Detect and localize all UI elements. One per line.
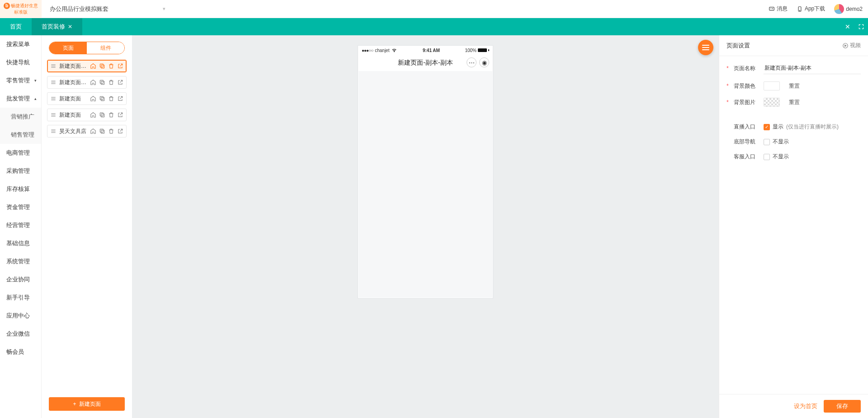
sidebar-item-label: 快捷导航 [6, 58, 30, 66]
messages-label: 消息 [777, 5, 788, 13]
sidebar-item-procurement[interactable]: 采购管理 [0, 162, 41, 180]
video-help-button[interactable]: 视频 [842, 42, 861, 49]
phone-navbar: 新建页面-副本-副本 ⋯ ◉ [358, 55, 493, 71]
home-icon[interactable] [90, 112, 96, 118]
open-icon[interactable] [117, 95, 123, 102]
sidebar-item-sales[interactable]: 销售管理 [0, 126, 41, 144]
home-icon[interactable] [90, 95, 96, 102]
set-home-button[interactable]: 设为首页 [794, 400, 817, 413]
sidebar-item-system[interactable]: 系统管理 [0, 252, 41, 271]
delete-icon[interactable] [108, 95, 114, 102]
sidebar-item-wechat[interactable]: 企业微信 [0, 325, 41, 343]
drag-handle-icon[interactable] [50, 112, 57, 118]
copy-icon[interactable] [99, 128, 105, 134]
canvas-menu-button[interactable] [698, 40, 713, 55]
sidebar-item-label: 经营管理 [6, 221, 30, 229]
bgimage-swatch[interactable] [764, 98, 780, 107]
sidebar-item-member[interactable]: 畅会员 [0, 343, 41, 361]
account-selector[interactable]: 办公用品行业模拟账套 ▾ [50, 5, 165, 13]
sidebar-item-label: 新手引导 [6, 294, 30, 302]
open-icon[interactable] [117, 63, 123, 69]
message-icon [769, 6, 775, 12]
sidebar-item-wholesale[interactable]: 批发管理▴ [0, 90, 41, 108]
svg-rect-8 [100, 96, 103, 100]
page-name-input[interactable]: 新建页面-副本-副本 [764, 62, 861, 74]
sidebar-item-label: 搜索菜单 [6, 40, 30, 48]
page-row[interactable]: 新建页面-副本-… [47, 60, 127, 72]
page-row-label[interactable]: 新建页面-副本 [59, 79, 87, 86]
brand-logo[interactable]: b 畅捷通好生意 标准版 [0, 0, 42, 18]
sidebar-item-retail[interactable]: 零售管理▾ [0, 71, 41, 90]
drag-handle-icon[interactable] [50, 128, 57, 134]
sidebar-item-inventory[interactable]: 库存核算 [0, 180, 41, 198]
copy-icon[interactable] [99, 112, 105, 118]
new-page-button[interactable]: + 新建页面 [49, 397, 125, 411]
svg-rect-11 [101, 130, 104, 133]
sidebar-item-ecommerce[interactable]: 电商管理 [0, 144, 41, 162]
sidebar-item-label: 营销推广 [11, 113, 34, 121]
drag-handle-icon[interactable] [50, 95, 57, 102]
home-icon[interactable] [90, 79, 96, 86]
open-icon[interactable] [117, 79, 123, 86]
copy-icon[interactable] [99, 63, 105, 69]
sidebar-item-label: 销售管理 [11, 131, 34, 139]
phone-time: 9:41 AM [423, 48, 440, 53]
toggle-page-label: 页面 [63, 44, 74, 52]
delete-icon[interactable] [108, 128, 114, 134]
page-row-label[interactable]: 新建页面-副本-… [59, 62, 87, 70]
play-icon [842, 43, 849, 49]
page-row[interactable]: 新建页面-副本 [47, 76, 127, 89]
toggle-component-tab[interactable]: 组件 [87, 42, 124, 54]
phone-target-button[interactable]: ◉ [479, 57, 489, 67]
page-row-label[interactable]: 新建页面 [59, 95, 87, 103]
open-icon[interactable] [117, 128, 123, 134]
user-menu[interactable]: demo2 [834, 4, 863, 14]
delete-icon[interactable] [108, 63, 114, 69]
sidebar-item-basic[interactable]: 基础信息 [0, 234, 41, 252]
bgcolor-reset-button[interactable]: 重置 [789, 82, 800, 90]
bottom-nav-label: 底部导航 [734, 138, 759, 146]
close-icon[interactable]: ✕ [68, 24, 72, 30]
phone-more-button[interactable]: ⋯ [467, 57, 476, 67]
sidebar-item-funds[interactable]: 资金管理 [0, 198, 41, 216]
toggle-page-tab[interactable]: 页面 [49, 42, 87, 54]
page-row-label[interactable]: 昊天文具店 [59, 128, 87, 135]
save-button[interactable]: 保存 [824, 400, 861, 413]
sidebar-item-guide[interactable]: 新手引导 [0, 289, 41, 307]
sidebar-item-shortcut[interactable]: 快捷导航 [0, 53, 41, 71]
home-icon[interactable] [90, 63, 96, 69]
sidebar-item-label: 批发管理 [6, 95, 30, 103]
tabstrip-close-button[interactable]: ✕ [841, 18, 854, 35]
page-row-label[interactable]: 新建页面 [59, 111, 87, 119]
sidebar-item-collab[interactable]: 企业协同 [0, 271, 41, 289]
bgimage-label: 背景图片 [734, 99, 759, 106]
home-icon[interactable] [90, 128, 96, 134]
phone-body[interactable] [358, 71, 493, 298]
sidebar-item-apps[interactable]: 应用中心 [0, 307, 41, 325]
delete-icon[interactable] [108, 112, 114, 118]
drag-handle-icon[interactable] [50, 79, 57, 86]
page-row[interactable]: 新建页面 [47, 109, 127, 121]
delete-icon[interactable] [108, 79, 114, 86]
sidebar-item-marketing[interactable]: 营销推广 [0, 108, 41, 126]
tab-decorate[interactable]: 首页装修 ✕ [32, 18, 82, 35]
app-download-button[interactable]: App下载 [797, 5, 825, 13]
tabstrip-fullscreen-button[interactable] [854, 18, 868, 35]
messages-button[interactable]: 消息 [769, 5, 788, 13]
cs-entry-checkbox[interactable] [764, 154, 770, 160]
copy-icon[interactable] [99, 95, 105, 102]
page-row[interactable]: 新建页面 [47, 92, 127, 105]
live-entry-checkbox[interactable]: ✓ [764, 124, 770, 130]
bottom-nav-checkbox[interactable] [764, 139, 770, 145]
sidebar-item-search[interactable]: 搜索菜单 [0, 35, 41, 53]
sidebar-item-operations[interactable]: 经营管理 [0, 216, 41, 234]
copy-icon[interactable] [99, 79, 105, 86]
tab-home[interactable]: 首页 [0, 18, 32, 35]
drag-handle-icon[interactable] [50, 63, 57, 69]
sidebar-item-label: 电商管理 [6, 149, 30, 157]
bgcolor-swatch[interactable] [764, 81, 780, 90]
bgimage-reset-button[interactable]: 重置 [789, 99, 800, 106]
page-row[interactable]: 昊天文具店 [47, 125, 127, 138]
open-icon[interactable] [117, 112, 123, 118]
avatar-icon [834, 4, 844, 14]
